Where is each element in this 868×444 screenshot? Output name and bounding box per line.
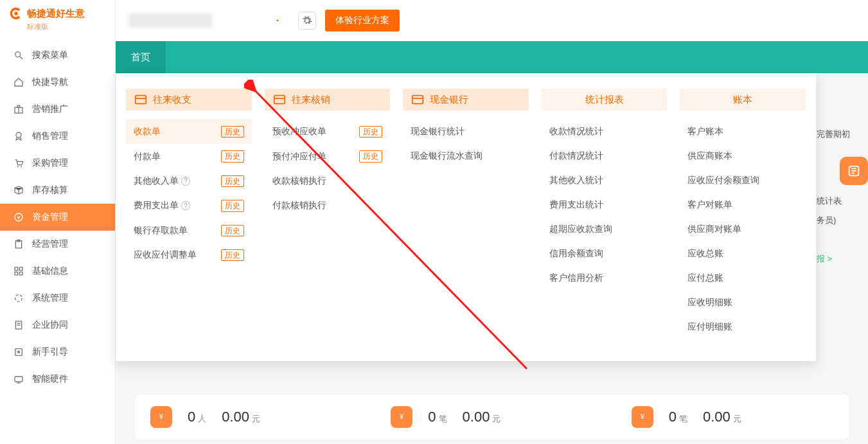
doc-icon	[13, 319, 24, 331]
grid-icon	[13, 265, 24, 277]
search-icon	[13, 49, 24, 61]
peek-text: 统计表	[817, 191, 868, 211]
sidebar-item-2[interactable]: 营销推广	[0, 96, 115, 123]
gift-icon	[13, 103, 24, 115]
sidebar-item-label: 系统管理	[32, 292, 68, 304]
content-area: 往来收支收款单历史付款单历史其他收入单?历史费用支出单?历史银行存取款单历史应收…	[116, 73, 868, 444]
history-badge[interactable]: 历史	[359, 126, 382, 138]
sidebar-item-9[interactable]: 系统管理	[0, 285, 115, 312]
sidebar-item-1[interactable]: 快捷导航	[0, 69, 115, 96]
stat-icon: ¥	[632, 406, 653, 428]
history-badge[interactable]: 历史	[221, 200, 244, 211]
home-icon	[13, 76, 24, 88]
stat-count: 0	[669, 409, 677, 425]
mega-item-label: 超期应收款查询	[549, 224, 612, 235]
sidebar-item-10[interactable]: 企业协同	[0, 312, 115, 339]
mega-item[interactable]: 应付总账	[680, 266, 806, 290]
svg-point-1	[15, 52, 21, 57]
mega-item[interactable]: 客户对账单	[680, 193, 806, 217]
help-icon: ?	[181, 201, 190, 210]
mega-item-label: 其他收入单?	[134, 175, 190, 187]
mega-item[interactable]: 供应商对账单	[680, 217, 806, 242]
cart-icon	[13, 157, 24, 169]
sidebar-item-7[interactable]: 经营管理	[0, 231, 115, 258]
mega-item[interactable]: 应收应付调整单历史	[126, 243, 252, 267]
mega-item-label: 现金银行流水查询	[411, 150, 483, 162]
sidebar-item-5[interactable]: 库存核算	[0, 177, 115, 204]
org-selector[interactable]	[128, 13, 289, 28]
sidebar-item-12[interactable]: 智能硬件	[0, 366, 115, 393]
sidebar-item-label: 快捷导航	[32, 76, 68, 88]
history-badge[interactable]: 历史	[359, 150, 382, 162]
history-badge[interactable]: 历史	[221, 249, 244, 261]
mega-item[interactable]: 付款核销执行	[265, 193, 391, 218]
history-badge[interactable]: 历史	[221, 126, 244, 138]
settings-button[interactable]	[298, 12, 316, 30]
stat-card-1: ¥0笔0.00元	[391, 406, 592, 428]
mega-item[interactable]: 客户信用分析	[542, 266, 668, 290]
mega-item[interactable]: 银行存取款单历史	[126, 218, 252, 243]
sidebar-item-4[interactable]: 采购管理	[0, 150, 115, 177]
history-badge[interactable]: 历史	[221, 175, 244, 187]
mega-item[interactable]: 收款单历史	[126, 120, 252, 144]
history-badge[interactable]: 历史	[221, 225, 244, 236]
sidebar-item-11[interactable]: 新手引导	[0, 339, 115, 366]
mega-item[interactable]: 客户账本	[680, 120, 806, 144]
mega-item[interactable]: 收款核销执行	[265, 169, 391, 193]
stat-icon: ¥	[391, 406, 412, 428]
mega-col-header: 往来核销	[265, 89, 391, 111]
mega-item-label: 付款单	[134, 151, 161, 163]
industry-plan-button[interactable]: 体验行业方案	[325, 10, 400, 31]
mega-item[interactable]: 现金银行统计	[403, 120, 529, 144]
sidebar-item-label: 经营管理	[32, 238, 68, 250]
mega-item[interactable]: 应付明细账	[680, 315, 806, 339]
mega-col-title: 往来收支	[153, 94, 191, 106]
mega-item-label: 现金银行统计	[411, 126, 465, 138]
mega-item[interactable]: 超期应收款查询	[542, 217, 668, 242]
mega-item[interactable]: 信用余额查询	[542, 242, 668, 266]
brand-title: 畅捷通好生意	[27, 8, 85, 20]
stat-unit: 人	[198, 413, 206, 425]
mega-item[interactable]: 应收明细账	[680, 290, 806, 315]
mega-item[interactable]: 现金银行流水查询	[403, 144, 529, 168]
mega-item[interactable]: 付款情况统计	[542, 144, 668, 168]
svg-rect-12	[15, 267, 18, 271]
sidebar-item-6[interactable]: ¥资金管理	[0, 204, 115, 231]
sidebar-item-3[interactable]: 销售管理	[0, 123, 115, 150]
stat-amount-unit: 元	[252, 413, 260, 425]
sidebar-item-0[interactable]: 搜索菜单	[0, 42, 115, 69]
mega-item[interactable]: 应收应付余额查询	[680, 168, 806, 193]
svg-line-2	[20, 57, 22, 59]
mega-item[interactable]: 应收总账	[680, 242, 806, 266]
mega-item-label: 收款单	[134, 126, 161, 138]
mega-item[interactable]: 付款单历史	[126, 144, 252, 168]
sidebar-item-8[interactable]: 基础信息	[0, 258, 115, 285]
mega-item-label: 其他收入统计	[549, 175, 603, 186]
sidebar-item-label: 库存核算	[32, 184, 68, 196]
tab-home[interactable]: 首页	[116, 41, 166, 73]
mega-item[interactable]: 其他收入统计	[542, 168, 668, 193]
mega-col-title: 往来核销	[292, 94, 330, 106]
stat-unit: 笔	[679, 413, 687, 425]
mega-item[interactable]: 费用支出统计	[542, 193, 668, 217]
svg-rect-13	[19, 267, 22, 271]
mega-col-2: 现金银行现金银行统计现金银行流水查询	[399, 89, 533, 339]
history-badge[interactable]: 历史	[221, 150, 244, 162]
org-name-redacted	[128, 13, 212, 28]
mega-item-label: 应付总账	[687, 272, 723, 284]
mega-item[interactable]: 收款情况统计	[542, 120, 668, 144]
sidebar-item-label: 资金管理	[32, 211, 68, 223]
stat-row: ¥0人0.00元¥0笔0.00元¥0笔0.00元	[135, 395, 849, 440]
section-icon	[272, 93, 287, 107]
peek-link[interactable]: 报 >	[817, 249, 868, 269]
mega-item-label: 银行存取款单	[134, 225, 188, 236]
mega-item-label: 费用支出统计	[549, 199, 603, 211]
section-icon	[134, 93, 148, 107]
svg-rect-15	[19, 272, 22, 275]
mega-item[interactable]: 供应商账本	[680, 144, 806, 168]
mega-item[interactable]: 预收冲应收单历史	[265, 120, 391, 144]
mega-col-1: 往来核销预收冲应收单历史预付冲应付单历史收款核销执行付款核销执行	[261, 89, 394, 339]
mega-item[interactable]: 费用支出单?历史	[126, 193, 252, 218]
mega-item[interactable]: 其他收入单?历史	[126, 169, 252, 193]
mega-item[interactable]: 预付冲应付单历史	[265, 144, 391, 168]
